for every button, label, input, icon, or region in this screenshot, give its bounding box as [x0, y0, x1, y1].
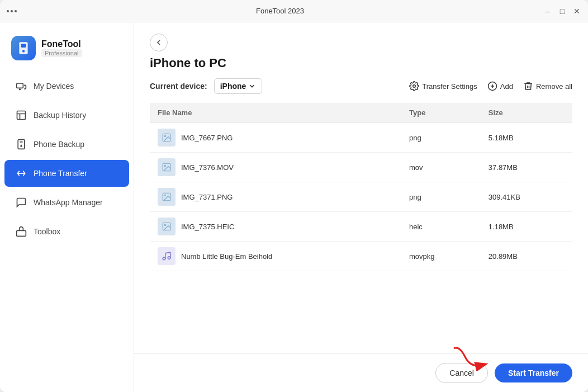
window-controls: – □ ✕	[543, 7, 581, 16]
col-filename: File Name	[150, 103, 401, 123]
cell-type: png	[401, 182, 481, 212]
svg-point-22	[168, 257, 170, 259]
add-icon	[487, 81, 497, 91]
device-name: iPhone	[220, 82, 246, 91]
device-label: Current device:	[150, 82, 207, 91]
col-size: Size	[481, 103, 572, 123]
svg-point-16	[164, 165, 165, 166]
svg-rect-6	[18, 140, 25, 149]
cell-filename: IMG_7371.PNG	[150, 182, 401, 212]
sidebar-item-whatsapp-label: WhatsApp Manager	[34, 198, 103, 207]
filename: IMG_7376.MOV	[181, 163, 234, 172]
filename: IMG_7667.PNG	[181, 134, 233, 142]
window-title: FoneTool 2023	[256, 7, 304, 15]
devices-icon	[16, 81, 27, 92]
svg-rect-8	[17, 230, 26, 236]
main-layout: FoneTool Professional My Devices	[0, 22, 588, 392]
trash-icon	[523, 81, 533, 91]
whatsapp-icon	[16, 197, 27, 208]
cell-size: 37.87MB	[481, 153, 572, 182]
start-transfer-button[interactable]: Start Transfer	[495, 363, 572, 382]
remove-all-button[interactable]: Remove all	[523, 81, 572, 91]
filename: IMG_7371.PNG	[181, 193, 233, 201]
add-button[interactable]: Add	[487, 81, 513, 91]
sidebar-item-whatsapp-manager[interactable]: WhatsApp Manager	[4, 189, 129, 216]
back-row	[150, 34, 572, 51]
toolbar-actions: Transfer Settings Add	[409, 81, 572, 91]
sidebar-item-toolbox[interactable]: Toolbox	[4, 218, 129, 245]
cell-type: png	[401, 123, 481, 153]
table-row[interactable]: IMG_7376.MOV mov 37.87MB	[150, 153, 572, 182]
device-dropdown[interactable]: iPhone	[214, 78, 263, 94]
cell-filename: IMG_7667.PNG	[150, 123, 401, 153]
brand-name: FoneTool	[41, 39, 82, 49]
cell-type: mov	[401, 153, 481, 182]
svg-point-18	[164, 195, 165, 196]
image-thumb	[158, 218, 176, 235]
back-button[interactable]	[150, 34, 168, 51]
device-bar: Current device: iPhone	[150, 78, 572, 94]
table-row[interactable]: IMG_7375.HEIC heic 1.18MB	[150, 212, 572, 242]
col-type: Type	[401, 103, 481, 123]
file-table-container: File Name Type Size	[134, 103, 588, 353]
sidebar-item-my-devices[interactable]: My Devices	[4, 73, 129, 100]
cell-size: 20.89MB	[481, 242, 572, 271]
filename: IMG_7375.HEIC	[181, 223, 234, 231]
image-thumb	[158, 129, 176, 147]
cell-type: movpkg	[401, 242, 481, 271]
cell-filename: Numb Little Bug-Em Beihold	[150, 242, 401, 271]
cell-type: heic	[401, 212, 481, 242]
image-thumb	[158, 188, 176, 206]
toolbox-icon	[16, 226, 27, 237]
cell-filename: IMG_7376.MOV	[150, 153, 401, 182]
remove-all-label: Remove all	[536, 82, 572, 91]
title-bar: FoneTool 2023 – □ ✕	[0, 0, 588, 22]
svg-rect-1	[21, 44, 26, 48]
svg-point-9	[413, 85, 416, 88]
menu-button[interactable]	[7, 10, 17, 12]
sidebar-item-backup-history[interactable]: Backup History	[4, 102, 129, 129]
transfer-settings-button[interactable]: Transfer Settings	[409, 81, 477, 91]
cell-size: 5.18MB	[481, 123, 572, 153]
image-thumb	[158, 158, 176, 176]
cell-filename: IMG_7375.HEIC	[150, 212, 401, 242]
svg-point-21	[163, 257, 165, 260]
phone-backup-icon	[16, 139, 27, 150]
svg-rect-0	[19, 42, 27, 54]
svg-rect-5	[17, 111, 26, 120]
svg-point-20	[164, 224, 165, 225]
page-title: iPhone to PC	[150, 56, 572, 70]
close-button[interactable]: ✕	[572, 7, 581, 16]
table-row[interactable]: IMG_7667.PNG png 5.18MB	[150, 123, 572, 153]
chevron-down-icon	[248, 82, 256, 90]
minimize-button[interactable]: –	[543, 7, 552, 16]
backup-history-icon	[16, 110, 27, 121]
app-window: FoneTool 2023 – □ ✕ FoneTool Professiona	[0, 0, 588, 392]
table-header-row: File Name Type Size	[150, 103, 572, 123]
sidebar-item-backup-history-label: Backup History	[34, 111, 86, 120]
cell-size: 1.18MB	[481, 212, 572, 242]
settings-icon	[409, 81, 419, 91]
cell-size: 309.41KB	[481, 182, 572, 212]
content-area: iPhone to PC Current device: iPhone	[134, 22, 588, 392]
svg-point-4	[20, 89, 21, 90]
brand-section: FoneTool Professional	[0, 31, 134, 72]
sidebar-item-phone-transfer-label: Phone Transfer	[34, 169, 87, 178]
svg-point-14	[164, 135, 165, 136]
sidebar-item-phone-transfer[interactable]: Phone Transfer	[4, 160, 129, 187]
brand-text: FoneTool Professional	[41, 39, 82, 57]
sidebar: FoneTool Professional My Devices	[0, 22, 134, 392]
brand-logo	[11, 36, 36, 60]
sidebar-item-my-devices-label: My Devices	[34, 82, 74, 91]
svg-rect-3	[17, 83, 23, 88]
content-header: iPhone to PC Current device: iPhone	[134, 22, 588, 103]
table-row[interactable]: Numb Little Bug-Em Beihold movpkg 20.89M…	[150, 242, 572, 271]
audio-thumb	[158, 247, 176, 265]
device-selector-group: Current device: iPhone	[150, 78, 262, 94]
phone-transfer-icon	[16, 168, 27, 179]
sidebar-item-phone-backup[interactable]: Phone Backup	[4, 131, 129, 158]
maximize-button[interactable]: □	[558, 7, 567, 16]
arrow-hint	[448, 343, 493, 373]
file-table: File Name Type Size	[150, 103, 572, 271]
table-row[interactable]: IMG_7371.PNG png 309.41KB	[150, 182, 572, 212]
